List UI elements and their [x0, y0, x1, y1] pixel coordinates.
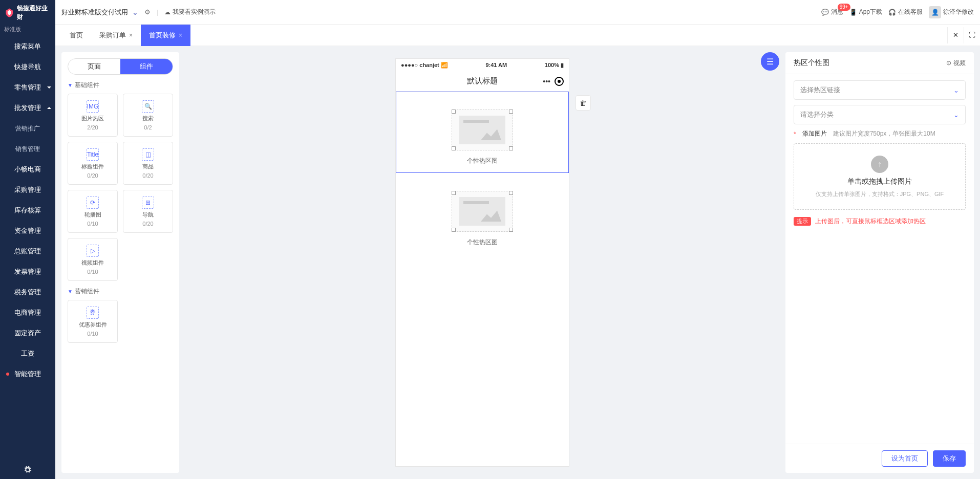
- upload-title: 单击或拖拽上传图片: [847, 177, 912, 186]
- component-count: 0/20: [87, 172, 98, 179]
- component-icon: Title: [87, 148, 99, 161]
- chevron-down-icon: ⌄: [132, 8, 138, 16]
- canvas-hotzone-block-0[interactable]: 个性热区图🗑: [396, 92, 569, 173]
- canvas-hotzone-block-1[interactable]: 个性热区图: [396, 173, 569, 254]
- sidebar-item-10[interactable]: 税务管理: [0, 282, 55, 302]
- component-section-header-1[interactable]: ▼营销组件: [68, 287, 173, 296]
- sidebar-item-5[interactable]: 采购管理: [0, 180, 55, 200]
- gear-icon: [24, 466, 32, 474]
- config-title: 热区个性图: [794, 58, 829, 68]
- component-card-0-3[interactable]: ◫商品0/20: [123, 142, 173, 185]
- tab-0[interactable]: 首页: [61, 25, 91, 46]
- tab-close-all[interactable]: ✕: [947, 27, 964, 43]
- demo-link[interactable]: ☁ 我要看实例演示: [164, 8, 216, 16]
- component-card-0-1[interactable]: 🔍搜索0/2: [123, 94, 173, 137]
- seg-page[interactable]: 页面: [68, 59, 120, 74]
- upload-subtitle: 仅支持上传单张图片，支持格式：JPG、PNG、GIF: [816, 190, 944, 198]
- save-button[interactable]: 保存: [933, 450, 966, 467]
- chevron-down-icon: ⌄: [953, 111, 959, 119]
- user-menu[interactable]: 👤 徐泽华修改: [929, 6, 974, 18]
- component-section-header-0[interactable]: ▼基础组件: [68, 81, 173, 90]
- product-selector[interactable]: 好业财标准版交付试用 ⌄: [61, 8, 138, 17]
- set-home-button[interactable]: 设为首页: [882, 450, 928, 467]
- component-label: 商品: [142, 163, 154, 170]
- component-card-0-4[interactable]: ⟳轮播图0/10: [68, 190, 118, 233]
- sidebar-item-3[interactable]: 批发管理: [0, 98, 55, 118]
- canvas-menu-fab[interactable]: ☰: [761, 52, 779, 71]
- component-icon: ⟳: [87, 197, 99, 209]
- demo-label: 我要看实例演示: [173, 8, 216, 16]
- component-count: 0/10: [87, 269, 98, 275]
- seg-component[interactable]: 组件: [120, 59, 173, 74]
- sidebar-item-11[interactable]: 电商管理: [0, 302, 55, 323]
- sidebar-item-13[interactable]: 工资: [0, 343, 55, 364]
- category-select[interactable]: 请选择分类 ⌄: [794, 105, 966, 124]
- sidebar-item-2[interactable]: 零售管理: [0, 77, 55, 98]
- workspace: 页面 组件 ▼基础组件IMG图片热区2/20🔍搜索0/2Title标题组件0/2…: [55, 46, 980, 479]
- user-name: 徐泽华修改: [943, 8, 974, 16]
- component-count: 2/20: [87, 124, 98, 130]
- sidebar-item-14[interactable]: 智能管理: [0, 364, 55, 384]
- sidebar-item-8[interactable]: 总账管理: [0, 241, 55, 262]
- sidebar-item-7[interactable]: 资金管理: [0, 221, 55, 241]
- image-upload-dropzone[interactable]: ↑ 单击或拖拽上传图片 仅支持上传单张图片，支持格式：JPG、PNG、GIF: [794, 143, 966, 210]
- phone-title: 默认标题: [467, 76, 498, 86]
- sidebar-item-label: 资金管理: [14, 226, 41, 235]
- component-card-0-5[interactable]: ⊞导航0/20: [123, 190, 173, 233]
- component-card-0-6[interactable]: ▷视频组件0/10: [68, 238, 118, 281]
- sidebar-settings-button[interactable]: [0, 461, 55, 479]
- close-icon[interactable]: ×: [179, 32, 182, 39]
- sidebar-item-label: 批发管理: [14, 103, 41, 113]
- close-icon[interactable]: ×: [129, 32, 133, 39]
- sidebar-subitem-3-0[interactable]: 营销推广: [0, 118, 55, 139]
- component-count: 0/20: [142, 221, 153, 227]
- page-component-toggle: 页面 组件: [68, 58, 173, 75]
- component-card-0-0[interactable]: IMG图片热区2/20: [68, 94, 118, 137]
- sidebar-item-label: 电商管理: [14, 308, 41, 317]
- brand-edition: 标准版: [0, 26, 55, 36]
- component-icon: 🔍: [142, 100, 154, 113]
- tab-1[interactable]: 采购订单×: [91, 25, 141, 46]
- phone-battery: 100% ▮: [545, 62, 564, 69]
- sidebar-item-label: 发票管理: [14, 267, 41, 276]
- video-help-link[interactable]: ⊙ 视频: [946, 59, 966, 68]
- hotzone-link-select[interactable]: 选择热区链接 ⌄: [794, 80, 966, 100]
- config-panel: 热区个性图 ⊙ 视频 选择热区链接 ⌄ 请选择分类 ⌄: [785, 52, 974, 473]
- play-icon: ⊙: [946, 59, 951, 67]
- notification-dot: [6, 373, 9, 376]
- sidebar-item-1[interactable]: 快捷导航: [0, 57, 55, 77]
- sidebar-subitem-3-1[interactable]: 销售管理: [0, 139, 55, 159]
- component-panel: 页面 组件 ▼基础组件IMG图片热区2/20🔍搜索0/2Title标题组件0/2…: [61, 52, 179, 473]
- support-link[interactable]: 🎧 在线客服: [888, 8, 923, 16]
- support-label: 在线客服: [898, 8, 923, 16]
- mobile-icon: 📱: [849, 9, 857, 16]
- component-label: 优惠券组件: [79, 321, 107, 329]
- sidebar-item-label: 智能管理: [14, 369, 41, 379]
- sidebar-item-label: 库存核算: [14, 206, 41, 215]
- hotzone-link-placeholder: 选择热区链接: [800, 85, 840, 95]
- component-card-0-2[interactable]: Title标题组件0/20: [68, 142, 118, 185]
- sidebar-item-12[interactable]: 固定资产: [0, 323, 55, 343]
- component-card-1-0[interactable]: 券优惠券组件0/10: [68, 300, 118, 343]
- app-download-link[interactable]: 📱 App下载: [849, 8, 882, 16]
- tab-2[interactable]: 首页装修×: [141, 25, 190, 46]
- headset-icon: 🎧: [888, 9, 896, 16]
- sidebar-item-9[interactable]: 发票管理: [0, 262, 55, 282]
- delete-block-button[interactable]: 🗑: [576, 95, 591, 111]
- upload-icon: ↑: [871, 156, 888, 173]
- component-count: 0/2: [144, 124, 152, 130]
- sidebar-item-4[interactable]: 小畅电商: [0, 159, 55, 180]
- phone-target-icon[interactable]: [555, 77, 564, 86]
- sidebar-item-6[interactable]: 库存核算: [0, 200, 55, 221]
- tab-label: 首页装修: [149, 31, 176, 40]
- settings-icon[interactable]: ⚙: [144, 8, 151, 16]
- message-link[interactable]: 💬 消息 99+: [821, 8, 843, 16]
- image-placeholder: [452, 191, 513, 232]
- phone-menu-icon[interactable]: •••: [543, 77, 550, 85]
- phone-status-bar: ●●●●○ chanjet 📶 9:41 AM 100% ▮: [396, 59, 569, 71]
- message-badge: 99+: [838, 4, 850, 11]
- component-label: 导航: [142, 211, 154, 219]
- sidebar-item-0[interactable]: 搜索菜单: [0, 36, 55, 57]
- sidebar-item-label: 小畅电商: [14, 165, 41, 174]
- tab-expand[interactable]: ⛶: [964, 27, 980, 43]
